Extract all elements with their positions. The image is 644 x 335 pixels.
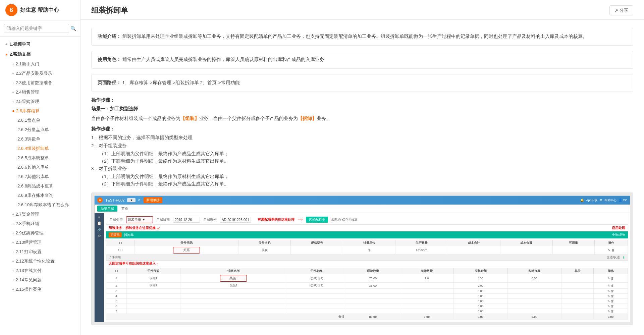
sim-header-row: 单据类型 组装单据 ▼ 单据日期 2019-12-26 单据编号 AD-2019… bbox=[106, 215, 628, 225]
sidebar-item-install[interactable]: +2.2产品安装及登录 bbox=[0, 69, 80, 78]
steps-block: 操作步骤： 场景一：加工类型选择 当由多个子件材料组装成一个成品的业务为【组装】… bbox=[91, 97, 633, 187]
sidebar-item-stocktake[interactable]: 2.6.1盘点单 bbox=[0, 116, 80, 125]
sidebar-item-cost_adj[interactable]: 2.6.5成本调整单 bbox=[0, 153, 80, 163]
logo-icon: 6 bbox=[5, 4, 17, 16]
sim-assembly-type-badge: 组装单 bbox=[109, 232, 122, 237]
sidebar-item-label-stocktake: 2.6.1盘点单 bbox=[17, 118, 40, 123]
search-button[interactable]: 🔍 bbox=[70, 26, 76, 31]
sim-code-label: 单据编号 bbox=[203, 217, 217, 222]
sidebar-item-label-stock_query: 2.6.9库存账本查询 bbox=[17, 193, 53, 198]
sidebar-item-transfer[interactable]: 2.6.3调拨单 bbox=[0, 134, 80, 144]
path-label: 页面路径： bbox=[98, 80, 121, 85]
top-bar: 组装拆卸单 ↗ 分享 bbox=[80, 0, 644, 20]
sidebar-item-coupon[interactable]: +2.9优惠券管理 bbox=[0, 228, 80, 238]
step2: 2、对于组装业务 bbox=[91, 143, 633, 149]
sim-logo: 6 bbox=[97, 198, 103, 203]
sim-parent-row1: 1 ☐ 关系 关联 件 1个/50个 bbox=[106, 246, 628, 255]
ops-heading: 操作步骤： bbox=[91, 97, 633, 103]
content-area: 功能介绍： 组装拆卸单用来处理企业组装或拆卸等加工业务，支持有固定装配清单的产品… bbox=[80, 20, 644, 335]
sim-th-specs: 规格型号 bbox=[291, 240, 343, 246]
sim-select-btn[interactable]: 选择配料单 bbox=[306, 217, 328, 223]
sidebar-item-finance[interactable]: +2.7资金管理 bbox=[0, 210, 80, 219]
sidebar-item-online_pay[interactable]: +2.13在线支付 bbox=[0, 266, 80, 275]
sim-refresh-icon: ⟳ bbox=[138, 199, 141, 202]
sidebar-item-label-assembly: 2.6.4组装拆卸单 bbox=[17, 146, 49, 151]
sidebar-item-label-faq: 2.14常见问题 bbox=[15, 277, 41, 282]
sidebar-item-label-docs: 2.帮助文档 bbox=[10, 51, 31, 57]
sim-arrow4: ↑ bbox=[157, 262, 159, 266]
sidebar-item-purchase[interactable]: +2.5采购管理 bbox=[0, 97, 80, 106]
sidebar-item-label-purchase: 2.5采购管理 bbox=[15, 99, 39, 104]
sidebar-item-label-other_in: 2.6.6其他入库单 bbox=[17, 165, 49, 170]
search-input[interactable] bbox=[4, 24, 69, 33]
sim-type-select: 组装单据 ▼ bbox=[126, 216, 153, 223]
sim-tabs: 新增单据 首页 bbox=[95, 205, 630, 213]
sidebar-item-data_prep[interactable]: +2.3使用前数据准备 bbox=[0, 78, 80, 88]
sidebar-item-stock_error[interactable]: 2.6.10库存账本错了怎么办 bbox=[0, 200, 80, 210]
sidebar-item-other_in[interactable]: 2.6.6其他入库单 bbox=[0, 163, 80, 172]
sim-child-row3: 30.00✎ 🗑 bbox=[106, 289, 628, 294]
role-text: 通常由生产人员或库管人员完成拆装业务的操作，库管人员确认原材料的出库和产成品的入… bbox=[122, 57, 324, 62]
share-icon: ↗ bbox=[614, 8, 618, 13]
sidebar-item-label-transfer: 2.6.3调拨单 bbox=[17, 136, 40, 142]
sidebar-item-mobile[interactable]: +2.8手机旺铺 bbox=[0, 219, 80, 228]
sidebar-item-newbie[interactable]: +2.1新手入门 bbox=[0, 59, 80, 69]
sim-child-row6: 60.00✎ 🗑 bbox=[106, 304, 628, 309]
sidebar-item-stock_query[interactable]: 2.6.9库存账本查询 bbox=[0, 191, 80, 200]
sidebar-item-docs[interactable]: ●2.帮助文档 bbox=[0, 49, 80, 59]
sim-child-row2: 2 明细2 某某2 (公式:计2) 33.00 0.00 bbox=[106, 283, 628, 289]
sidebar-header: 6 好生意 帮助中心 bbox=[0, 0, 80, 20]
sidebar-item-label-install: 2.2产品安装及登录 bbox=[15, 71, 52, 76]
sidebar-item-inventory[interactable]: ●2.6库存核算 bbox=[0, 106, 80, 116]
sim-nav-icon3: 🔗 bbox=[97, 228, 101, 231]
sidebar-item-label-cases: 2.15操作案例 bbox=[15, 287, 41, 292]
screenshot: 6 TEST-H002 ▼ ⟳ 新增单据 🔔 App下载 ⚙ 帮助中心 👤 CC bbox=[92, 193, 633, 325]
sim-nav-icon1: ≡ bbox=[98, 215, 100, 219]
sidebar-item-assembly[interactable]: 2.6.4组装拆卸单 bbox=[0, 144, 80, 153]
sim-th-parent-code: 父件代码 bbox=[135, 240, 238, 246]
sim-th-parent-name: 父件名称 bbox=[238, 240, 290, 246]
sidebar-item-faq[interactable]: +2.14常见问题 bbox=[0, 275, 80, 285]
sim-th-cost-amt: 成本金额 bbox=[500, 240, 552, 246]
sim-annotation2: 组装业务、拆卸业务在这里切换 bbox=[109, 226, 156, 230]
sidebar-item-other_out[interactable]: 2.6.7其他出库单 bbox=[0, 172, 80, 181]
sim-nav-icon2: 📋 bbox=[97, 221, 101, 225]
sim-main-area: 单据类型 组装单据 ▼ 单据日期 2019-12-26 单据编号 AD-2019… bbox=[104, 213, 630, 322]
sidebar-item-label-sales: 2.4销售管理 bbox=[15, 90, 39, 95]
sim-child-row5: 50.00✎ 🗑 bbox=[106, 299, 628, 304]
main-content: 组装拆卸单 ↗ 分享 功能介绍： 组装拆卸单用来处理企业组装或拆卸等加工业务，支… bbox=[80, 0, 644, 335]
sidebar-item-custom[interactable]: +2.12系统个性化设置 bbox=[0, 257, 80, 266]
intro-text: 组装拆卸单用来处理企业组装或拆卸等加工业务，支持有固定装配清单的产品加工业务，也… bbox=[122, 34, 587, 39]
sidebar-item-cost_recompute[interactable]: 2.6.8商品成本重算 bbox=[0, 181, 80, 191]
sidebar: 6 好生意 帮助中心 🔍 +1.视频学习●2.帮助文档+2.1新手入门+2.2产… bbox=[0, 0, 80, 335]
step3-sub2: （2）下部明细为子件明细，最终作为产成品生成其它入库单。 bbox=[99, 181, 633, 187]
sim-child-all: 全选/反选 bbox=[607, 255, 620, 260]
step3: 3、对于拆装业务 bbox=[91, 166, 633, 172]
sim-child-table-wrapper: ☐ 子件代码 消耗比例 子件名称 理论数量 实际数量 应耗金额 实耗金额 bbox=[106, 267, 628, 320]
sidebar-item-label-data_prep: 2.3使用前数据准备 bbox=[15, 80, 52, 85]
sim-code-input: AD-20191226-001 bbox=[220, 217, 251, 223]
sidebar-item-sales[interactable]: +2.4销售管理 bbox=[0, 88, 80, 97]
intro-label: 功能介绍： bbox=[98, 34, 121, 39]
sidebar-item-partial_stocktake[interactable]: 2.6.2分量盘点单 bbox=[0, 125, 80, 134]
sim-content-area: ≡ 📋 🔗 ⚙ 单据类型 组装单据 ▼ bbox=[95, 213, 630, 322]
sidebar-item-cases[interactable]: +2.15操作案例 bbox=[0, 285, 80, 294]
sim-confirm-area: 装配 台 保存并核算 bbox=[331, 218, 357, 222]
sidebar-item-label-finance: 2.7资金管理 bbox=[15, 212, 39, 217]
sim-screen: 6 TEST-H002 ▼ ⟳ 新增单据 🔔 App下载 ⚙ 帮助中心 👤 CC bbox=[94, 196, 630, 322]
share-button[interactable]: ↗ 分享 bbox=[609, 5, 633, 15]
step3-sub1: （1）上部明细为父件明细，最终作为原材料生成其它出库单； bbox=[99, 174, 633, 180]
sidebar-item-ops[interactable]: +2.10经营管理 bbox=[0, 238, 80, 247]
sim-titlebar-text: TEST-H002 bbox=[105, 198, 124, 202]
sim-child-label: 子件明细 bbox=[109, 255, 121, 260]
path-text: 1、库存核算->库存管理->组装拆卸单 2、首页->常用功能 bbox=[122, 80, 240, 85]
sim-new-btn: 新增单据 bbox=[144, 197, 162, 203]
sim-th-unit: 计量单位 bbox=[343, 240, 395, 246]
sim-nav-icon4: ⚙ bbox=[98, 234, 101, 238]
sidebar-item-print[interactable]: +2.11打印设置 bbox=[0, 247, 80, 257]
sim-th-avail: 可用量 bbox=[553, 240, 595, 246]
sidebar-item-video[interactable]: +1.视频学习 bbox=[0, 39, 80, 49]
sim-assembly-info: 拆卸单 bbox=[124, 233, 134, 237]
screenshot-container: 6 TEST-H002 ▼ ⟳ 新增单据 🔔 App下载 ⚙ 帮助中心 👤 CC bbox=[91, 192, 633, 325]
sim-expand-icon: ⬆ bbox=[623, 256, 625, 259]
